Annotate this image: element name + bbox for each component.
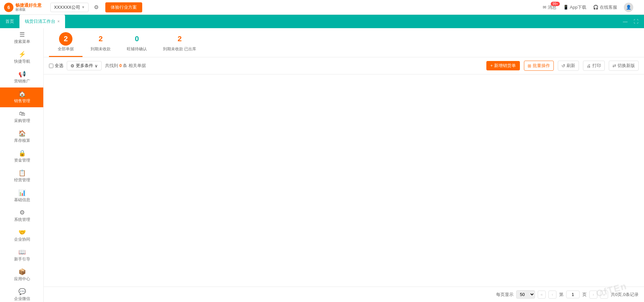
- sidebar-label-purchase: 采购管理: [14, 118, 30, 124]
- nav-tabs: 首页 钱货日清工作台 × — ⛶: [0, 15, 644, 28]
- stat-tab-overdue-unpaid[interactable]: 2 到期未收款: [83, 28, 119, 57]
- sidebar-label-marketing: 营销推广: [14, 78, 30, 84]
- found-count: 0: [119, 63, 122, 68]
- per-page-label: 每页显示: [496, 292, 514, 298]
- messages-button[interactable]: ✉ 消息 99+: [543, 4, 556, 10]
- tab-daily-work[interactable]: 钱货日清工作台 ×: [19, 15, 65, 28]
- last-page-button[interactable]: »: [600, 291, 608, 299]
- operations-icon: 📋: [18, 170, 26, 176]
- company-selector[interactable]: XXXXXX公司 ▼: [50, 3, 89, 12]
- logo-text-area: 畅捷通好生意 标准版: [15, 3, 42, 12]
- stat-tab-all[interactable]: 2 全部单据: [49, 28, 83, 57]
- sidebar-item-system[interactable]: ⚙ 系统管理: [0, 206, 43, 226]
- sidebar-label-operations: 经营管理: [14, 177, 30, 183]
- user-icon: 👤: [626, 5, 631, 10]
- online-service-button[interactable]: 🎧 在线客服: [593, 4, 617, 10]
- select-all-text: 全选: [55, 63, 63, 69]
- top-header: 6 畅捷通好生意 标准版 XXXXXX公司 ▼ ⚙ 体验行业方案 ✉ 消息 99…: [0, 0, 644, 15]
- logo-area: 6 畅捷通好生意 标准版: [4, 3, 48, 12]
- sidebar-item-operations[interactable]: 📋 经营管理: [0, 167, 43, 186]
- marketing-icon: 📢: [18, 71, 26, 77]
- sidebar-item-sales[interactable]: 🏠 销售管理: [0, 87, 43, 107]
- sidebar-label-quick-nav: 快捷导航: [14, 59, 30, 64]
- content-area: 2 全部单据 2 到期未收款 0 旺辅待确认 2 到期未收款 已出库 全选: [44, 28, 644, 302]
- nav-tabs-actions: — ⛶: [617, 17, 644, 25]
- headset-icon: 🎧: [593, 5, 598, 10]
- batch-ops-button[interactable]: ⊞ 批量操作: [524, 61, 554, 71]
- refresh-icon: ↺: [561, 63, 565, 68]
- sidebar-label-system: 系统管理: [14, 217, 30, 223]
- sidebar-label-cooperation: 企业协同: [14, 237, 30, 242]
- sidebar-label-basic: 基础信息: [14, 197, 30, 203]
- settings-button[interactable]: ⚙: [91, 2, 101, 12]
- sidebar-item-basic-info[interactable]: 📊 基础信息: [0, 186, 43, 206]
- header-right: ✉ 消息 99+ 📱 App下载 🎧 在线客服 👤: [543, 3, 640, 12]
- stat-tab-overdue-out[interactable]: 2 到期未收款 已出库: [155, 28, 204, 57]
- company-arrow-icon: ▼: [82, 5, 85, 9]
- select-all-checkbox[interactable]: [49, 64, 53, 68]
- settings-icon: ⚙: [94, 4, 99, 10]
- switch-icon: ⇄: [612, 63, 616, 68]
- avatar[interactable]: 👤: [624, 3, 633, 12]
- toolbar-right: + 新增销货单 ⊞ 批量操作 ↺ 刷新 🖨 打印 ⇄ 切换新版: [486, 61, 639, 71]
- basic-info-icon: 📊: [18, 190, 26, 196]
- stat-label-wangdian: 旺辅待确认: [127, 46, 147, 52]
- print-icon: 🖨: [587, 63, 591, 68]
- sidebar-label-sales: 销售管理: [14, 98, 30, 104]
- logo-subtitle: 标准版: [15, 8, 42, 12]
- tab-minimize-button[interactable]: —: [621, 17, 629, 25]
- app-download-label: App下载: [570, 4, 586, 10]
- capital-icon: 🔒: [18, 150, 26, 156]
- search-menu-icon: ☰: [19, 32, 25, 38]
- sidebar-item-capital[interactable]: 🔒 资金管理: [0, 147, 43, 167]
- cooperation-icon: 🤝: [18, 229, 26, 235]
- sidebar-item-inventory[interactable]: 🏠 库存核算: [0, 127, 43, 147]
- sidebar-item-search-menu[interactable]: ☰ 搜索菜单: [0, 28, 43, 48]
- new-sales-button[interactable]: + 新增销货单: [486, 61, 520, 70]
- logo-title: 畅捷通好生意: [15, 3, 42, 8]
- app-download-button[interactable]: 📱 App下载: [563, 4, 586, 10]
- tab-close-icon[interactable]: ×: [57, 19, 60, 24]
- page-number-input[interactable]: [566, 291, 580, 298]
- stat-tab-wangdian[interactable]: 0 旺辅待确认: [119, 28, 155, 57]
- print-button[interactable]: 🖨 打印: [583, 61, 605, 71]
- filter-arrow-icon: ∨: [95, 63, 98, 68]
- stats-tabs: 2 全部单据 2 到期未收款 0 旺辅待确认 2 到期未收款 已出库: [44, 28, 644, 57]
- table-content: [44, 74, 644, 287]
- prev-page-button[interactable]: ‹: [548, 291, 556, 299]
- stat-label-overdue-out: 到期未收款 已出库: [163, 46, 196, 52]
- stat-label-overdue: 到期未收款: [91, 46, 111, 52]
- sidebar-label-guide: 新手引导: [14, 256, 30, 262]
- app-center-icon: 📦: [18, 269, 26, 275]
- refresh-button[interactable]: ↺ 刷新: [558, 61, 579, 71]
- sidebar-item-wechat[interactable]: 💬 企业微信: [0, 285, 43, 302]
- sidebar-item-app-center[interactable]: 📦 应用中心: [0, 265, 43, 285]
- filter-icon: ⚙: [70, 63, 74, 68]
- inventory-icon: 🏠: [18, 130, 26, 136]
- first-page-button[interactable]: «: [538, 291, 546, 299]
- company-name: XXXXXX公司: [54, 4, 80, 10]
- filter-button[interactable]: ⚙ 更多条件 ∨: [67, 61, 102, 70]
- sidebar-label-wechat: 企业微信: [14, 296, 30, 302]
- select-all-label[interactable]: 全选: [49, 63, 63, 69]
- tab-home[interactable]: 首页: [0, 15, 19, 28]
- page-label: 第: [559, 292, 564, 298]
- wechat-icon: 💬: [18, 289, 26, 295]
- batch-icon: ⊞: [528, 63, 531, 68]
- per-page-select[interactable]: 50 100 200: [516, 290, 535, 299]
- sidebar-item-purchase[interactable]: 🛍 采购管理: [0, 107, 43, 127]
- sidebar-item-guide[interactable]: 📖 新手引导: [0, 246, 43, 265]
- experience-industry-button[interactable]: 体验行业方案: [105, 2, 142, 12]
- sidebar-label-search: 搜索菜单: [14, 39, 30, 45]
- sidebar-item-quick-nav[interactable]: ⚡ 快捷导航: [0, 48, 43, 68]
- logo-icon: 6: [4, 3, 13, 12]
- sidebar-item-cooperation[interactable]: 🤝 企业协同: [0, 226, 43, 246]
- toolbar-left: 全选 ⚙ 更多条件 ∨ 共找到 0 条 相关单据: [49, 61, 146, 70]
- stat-number-wangdian: 0: [130, 32, 144, 46]
- sidebar-item-marketing[interactable]: 📢 营销推广: [0, 68, 43, 87]
- next-page-button[interactable]: ›: [589, 291, 597, 299]
- tab-maximize-button[interactable]: ⛶: [632, 17, 640, 25]
- toolbar: 全选 ⚙ 更多条件 ∨ 共找到 0 条 相关单据 + 新增销货单 ⊞: [44, 57, 644, 74]
- sidebar-label-inventory: 库存核算: [14, 138, 30, 143]
- switch-version-button[interactable]: ⇄ 切换新版: [609, 61, 639, 71]
